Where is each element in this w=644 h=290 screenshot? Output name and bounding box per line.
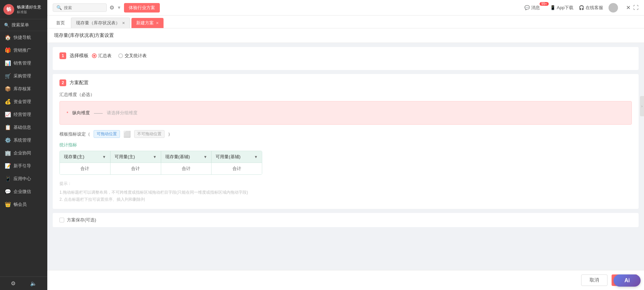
right-panel-toggle[interactable]: › [640, 96, 644, 116]
sidebar-item-label: 系统管理 [14, 137, 31, 143]
mobile-icon: 📱 [5, 176, 11, 182]
tab-home[interactable]: 首页 [51, 18, 70, 28]
tips-area: 提示： 1.拖动标题栏可以调整布局，不可跨维度或指标区域拖动栏目字段(只能在同一… [59, 180, 632, 203]
drag-separator: ⬜ [123, 130, 131, 138]
stats-cell-0-0: 合计 [60, 163, 110, 174]
radio-summary[interactable]: 汇总表 [92, 53, 112, 59]
stats-col-0[interactable]: 现存量(主) ▼ [60, 151, 110, 163]
note-icon: 📝 [5, 163, 11, 169]
sidebar-item-basic-info[interactable]: 📋 基础信息 [0, 121, 47, 134]
sidebar-item-label: 应用中心 [14, 176, 31, 182]
sidebar-item-label: 采购管理 [14, 73, 31, 79]
sidebar-item-label: 企业微信 [14, 189, 31, 195]
message-icon: 💬 [524, 5, 530, 10]
chevron-down-icon: ▼ [254, 155, 258, 159]
clipboard-icon: 📋 [5, 124, 11, 130]
sidebar-item-new-guide[interactable]: 📝 新手引导 [0, 160, 47, 172]
stats-section: 统计指标 现存量(主) ▼ 可用量(主) ▼ [59, 142, 632, 175]
stats-col-3[interactable]: 可用量(基辅) ▼ [212, 151, 262, 163]
topbar: 🔍 ⚙ ▼ 体验行业方案 💬 消息 99+ 📱 App下载 🎧 在线客服 [47, 0, 644, 16]
online-service-button[interactable]: 🎧 在线客服 [579, 5, 603, 11]
tab-close-new-plan[interactable]: ✕ [156, 21, 159, 25]
indicator-setting: 模板指标设定（ 可拖动位置 ⬜ 不可拖动位置 ） [59, 130, 632, 138]
draggable-badge: 可拖动位置 [94, 130, 120, 138]
tip-1: 1.拖动标题栏可以调整布局，不可跨维度或指标区域拖动栏目字段(只能在同一维度或指… [59, 189, 632, 196]
sidebar-item-label: 新手引导 [14, 163, 31, 169]
stats-cell-0-2: 合计 [161, 163, 212, 174]
section2-num: 2 [59, 79, 66, 86]
sidebar-item-inventory[interactable]: 📦 库存核算 [0, 82, 47, 95]
app-logo-icon: 畅 [3, 4, 14, 15]
settings-icon[interactable]: ⚙ [109, 4, 114, 11]
section2-header: 2 方案配置 [59, 79, 632, 86]
stats-col-2[interactable]: 现存量(基辅) ▼ [161, 151, 212, 163]
settings-button[interactable]: ⚙ [11, 280, 16, 287]
sidebar-item-sales[interactable]: 📊 销售管理 [0, 57, 47, 70]
section1-title: 选择模板 [70, 53, 89, 59]
section-template: 1 选择模板 汇总表 交叉统计表 [53, 47, 639, 70]
search-input[interactable] [64, 5, 98, 10]
trial-button[interactable]: 体验行业方案 [124, 3, 160, 13]
sidebar-search[interactable]: 🔍 搜索菜单 [0, 19, 47, 31]
sidebar-item-quick-nav[interactable]: 🏠 快捷导航 [0, 31, 47, 44]
tab-close-inventory[interactable]: ✕ [122, 21, 125, 25]
expand-icon[interactable]: ⛶ [633, 5, 639, 11]
dim-inner: * 纵向维度 —— 请选择分组维度 [67, 110, 138, 116]
tabbar: 首页 现存量（库存状况表） ✕ 新建方案 ✕ [47, 16, 644, 28]
sidebar-item-label: 资金管理 [14, 99, 31, 105]
save-label: 方案保存(可选) [67, 217, 96, 223]
crown-icon: 👑 [5, 201, 11, 208]
save-checkbox[interactable] [59, 218, 64, 222]
tip-2: 2. 点击标题栏下拉可设置排序、插入列和删除列 [59, 196, 632, 203]
template-radio-group: 汇总表 交叉统计表 [92, 53, 147, 59]
audio-button[interactable]: 🔈 [30, 280, 37, 287]
sidebar-scroll: 🏠 快捷导航 🎁 营销推广 📊 销售管理 🛒 采购管理 📦 库存核算 💰 资金管… [0, 31, 47, 276]
app-download-button[interactable]: 📱 App下载 [550, 5, 573, 11]
sidebar-item-finance[interactable]: 💰 资金管理 [0, 95, 47, 108]
tab-inventory-status[interactable]: 现存量（库存状况表） ✕ [71, 18, 130, 28]
search-icon: 🔍 [4, 23, 9, 28]
main-area: 🔍 ⚙ ▼ 体验行业方案 💬 消息 99+ 📱 App下载 🎧 在线客服 [47, 0, 644, 290]
page-title: 现存量(库存状况表)方案设置 [47, 28, 644, 43]
sidebar-item-operations[interactable]: 📈 经营管理 [0, 108, 47, 121]
topbar-search-box[interactable]: 🔍 [53, 3, 107, 12]
sidebar-bottom: ⚙ 🔈 [0, 276, 47, 290]
sidebar-item-member[interactable]: 👑 畅会员 [0, 198, 47, 211]
chevron-down-icon: ▼ [102, 155, 106, 159]
dim-select-placeholder[interactable]: 请选择分组维度 [107, 110, 138, 116]
user-avatar[interactable] [609, 3, 618, 13]
radio-cross[interactable]: 交叉统计表 [118, 53, 147, 59]
chevron-down-icon: ▼ [153, 155, 157, 159]
dim-label: 汇总维度（必选） [59, 92, 632, 98]
sidebar-logo: 畅 畅康通好生意 标准版 [0, 0, 47, 19]
sidebar-item-wechat[interactable]: 💬 企业微信 [0, 185, 47, 198]
cancel-button[interactable]: 取消 [581, 274, 608, 286]
sidebar-item-enterprise[interactable]: 🏢 企业协同 [0, 147, 47, 160]
window-controls: ✕ ⛶ [626, 4, 639, 11]
phone-icon: 📱 [550, 5, 555, 10]
message-badge: 99+ [540, 2, 549, 6]
home-icon: 🏠 [5, 34, 11, 41]
tip-title: 提示： [59, 180, 632, 188]
dim-dash: —— [94, 111, 103, 116]
box-icon: 📦 [5, 86, 11, 92]
section2-title: 方案配置 [70, 80, 89, 86]
sidebar-item-label: 基础信息 [14, 124, 31, 130]
topbar-right: 💬 消息 99+ 📱 App下载 🎧 在线客服 ✕ ⛶ [524, 3, 639, 13]
gear-icon: ⚙️ [5, 137, 11, 143]
sidebar-item-system[interactable]: ⚙️ 系统管理 [0, 134, 47, 147]
ai-button[interactable]: Ai [614, 274, 641, 287]
sidebar-item-purchase[interactable]: 🛒 采购管理 [0, 70, 47, 82]
stats-table: 现存量(主) ▼ 可用量(主) ▼ 现存量(基辅) ▼ [59, 151, 262, 175]
chart-icon: 📊 [5, 60, 11, 66]
tab-new-plan[interactable]: 新建方案 ✕ [131, 18, 164, 28]
sidebar-item-label: 畅会员 [14, 201, 27, 208]
dim-required-star: * [67, 111, 68, 116]
stats-col-1[interactable]: 可用量(主) ▼ [110, 151, 161, 163]
message-button[interactable]: 💬 消息 99+ [524, 5, 545, 11]
sidebar-item-marketing[interactable]: 🎁 营销推广 [0, 44, 47, 57]
section1-num: 1 [59, 52, 66, 59]
bottombar: 取消 查询 [47, 270, 644, 290]
close-icon[interactable]: ✕ [626, 4, 630, 11]
sidebar-item-app-center[interactable]: 📱 应用中心 [0, 172, 47, 185]
